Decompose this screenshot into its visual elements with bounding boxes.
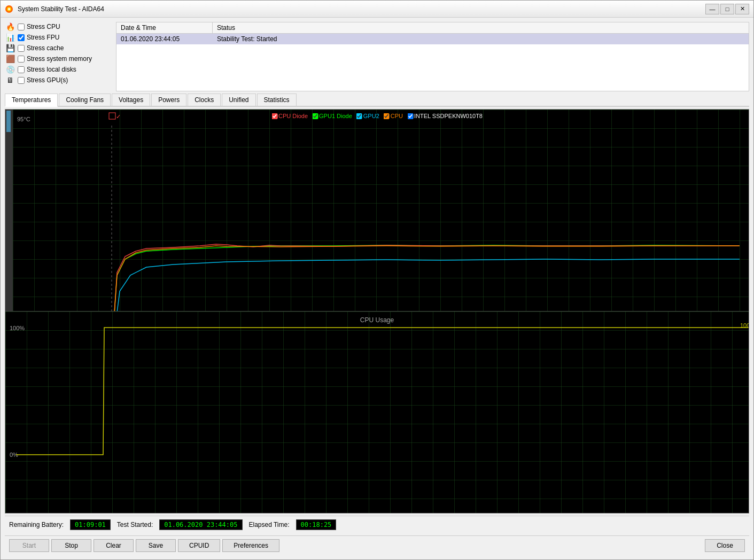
legend-ssd: INTEL SSDPEKNW010T8 — [407, 113, 483, 119]
stress-memory-checkbox[interactable] — [18, 56, 25, 63]
elapsed-time-value: 00:18:25 — [296, 519, 337, 530]
legend-gpu1-diode-check[interactable] — [312, 113, 318, 119]
test-started-label: Test Started: — [117, 521, 153, 528]
legend-cpu-check[interactable] — [384, 113, 390, 119]
cache-icon: 💾 — [5, 44, 15, 52]
tab-statistics[interactable]: Statistics — [257, 94, 297, 106]
charts-area: ✓ 95°C 25°C 23:44:05 — [5, 109, 749, 514]
temp-chart-scrollbar[interactable] — [5, 110, 13, 311]
stress-gpu-label: Stress GPU(s) — [27, 76, 68, 84]
tabs-bar: Temperatures Cooling Fans Voltages Power… — [5, 94, 749, 107]
log-table: Date & Time Status 01.06.2020 23:44:05 S… — [116, 22, 749, 91]
stop-button[interactable]: Stop — [51, 539, 91, 552]
log-cell-status: Stability Test: Started — [213, 34, 749, 44]
legend-gpu2: GPU2 — [356, 113, 379, 119]
svg-text:100%: 100% — [10, 325, 25, 331]
start-button[interactable]: Start — [9, 539, 49, 552]
tab-unified[interactable]: Unified — [222, 94, 255, 106]
content-area: 🔥 Stress CPU 📊 Stress FPU 💾 Stress cache… — [1, 18, 753, 559]
log-col-status: Status — [213, 22, 749, 33]
legend-cpu-diode-label: CPU Diode — [278, 113, 308, 119]
stress-fpu-label: Stress FPU — [27, 34, 59, 41]
stress-disk-label: Stress local disks — [27, 66, 76, 73]
remaining-battery-value: 01:09:01 — [70, 519, 111, 530]
svg-point-2 — [8, 8, 10, 10]
stress-item-gpu: 🖥 Stress GPU(s) — [5, 75, 112, 85]
legend-gpu2-label: GPU2 — [363, 113, 379, 119]
stress-cache-checkbox[interactable] — [18, 45, 25, 52]
top-section: 🔥 Stress CPU 📊 Stress FPU 💾 Stress cache… — [5, 22, 749, 91]
legend-gpu1-diode: GPU1 Diode — [312, 113, 352, 119]
bottom-info-bar: Remaining Battery: 01:09:01 Test Started… — [5, 516, 749, 533]
tab-clocks[interactable]: Clocks — [188, 94, 221, 106]
stress-item-cache: 💾 Stress cache — [5, 43, 112, 53]
cpu-chart-svg: CPU Usage 100% 0% 100% — [5, 312, 749, 513]
stress-item-disk: 💿 Stress local disks — [5, 65, 112, 74]
log-cell-datetime: 01.06.2020 23:44:05 — [116, 34, 213, 44]
main-close-button[interactable]: Close — [705, 539, 745, 552]
legend-gpu2-check[interactable] — [356, 113, 362, 119]
disk-icon: 💿 — [5, 65, 15, 74]
stress-item-fpu: 📊 Stress FPU — [5, 33, 112, 42]
fpu-icon: 📊 — [5, 33, 15, 42]
stress-options: 🔥 Stress CPU 📊 Stress FPU 💾 Stress cache… — [5, 22, 112, 91]
tab-voltages[interactable]: Voltages — [112, 94, 150, 106]
svg-text:100%: 100% — [740, 322, 749, 329]
log-col-datetime: Date & Time — [116, 22, 213, 33]
log-table-header: Date & Time Status — [116, 22, 749, 34]
app-icon — [5, 5, 13, 13]
tab-cooling-fans[interactable]: Cooling Fans — [59, 94, 111, 106]
cpuid-button[interactable]: CPUID — [178, 539, 220, 552]
stress-item-cpu: 🔥 Stress CPU — [5, 22, 112, 32]
tab-temperatures[interactable]: Temperatures — [5, 94, 58, 107]
save-button[interactable]: Save — [136, 539, 176, 552]
legend-cpu: CPU — [384, 113, 403, 119]
stress-gpu-checkbox[interactable] — [18, 77, 25, 84]
stress-memory-label: Stress system memory — [27, 55, 92, 63]
stress-fpu-checkbox[interactable] — [18, 34, 25, 41]
svg-rect-7 — [13, 110, 749, 311]
minimize-button[interactable]: — — [705, 4, 719, 14]
legend-cpu-diode-check[interactable] — [271, 113, 277, 119]
legend-gpu1-diode-label: GPU1 Diode — [319, 113, 352, 119]
remaining-battery-label: Remaining Battery: — [9, 521, 64, 528]
preferences-button[interactable]: Preferences — [222, 539, 279, 552]
maximize-button[interactable]: □ — [720, 4, 734, 14]
svg-text:✓: ✓ — [116, 113, 121, 120]
stress-disk-checkbox[interactable] — [18, 66, 25, 73]
legend-ssd-check[interactable] — [407, 113, 413, 119]
window-controls: — □ ✕ — [705, 4, 749, 14]
stress-cpu-checkbox[interactable] — [18, 24, 25, 30]
title-bar: System Stability Test - AIDA64 — □ ✕ — [1, 1, 753, 18]
temperature-chart: ✓ 95°C 25°C 23:44:05 — [5, 110, 749, 312]
gpu-icon: 🖥 — [5, 76, 15, 84]
tabs-section: Temperatures Cooling Fans Voltages Power… — [5, 94, 749, 107]
action-bar: Start Stop Clear Save CPUID Preferences … — [5, 535, 749, 555]
cpu-icon: 🔥 — [5, 22, 15, 31]
memory-icon: 🟫 — [5, 55, 15, 63]
stress-cache-label: Stress cache — [27, 44, 64, 52]
legend-cpu-label: CPU — [391, 113, 403, 119]
legend-cpu-diode: CPU Diode — [271, 113, 308, 119]
log-row: 01.06.2020 23:44:05 Stability Test: Star… — [116, 34, 749, 44]
clear-button[interactable]: Clear — [94, 539, 134, 552]
stress-cpu-label: Stress CPU — [27, 23, 60, 30]
svg-rect-8 — [109, 113, 115, 119]
cpu-usage-chart: CPU Usage 100% 0% 100% — [5, 312, 749, 513]
stress-item-memory: 🟫 Stress system memory — [5, 54, 112, 64]
temp-chart-svg: ✓ 95°C 25°C 23:44:05 — [13, 110, 749, 311]
svg-text:95°C: 95°C — [17, 116, 30, 122]
close-button[interactable]: ✕ — [735, 4, 749, 14]
svg-text:CPU Usage: CPU Usage — [360, 316, 394, 324]
legend-ssd-label: INTEL SSDPEKNW010T8 — [414, 113, 483, 119]
tab-powers[interactable]: Powers — [151, 94, 186, 106]
window-title: System Stability Test - AIDA64 — [18, 5, 705, 13]
temp-legend: CPU Diode GPU1 Diode GPU2 CPU — [271, 113, 483, 119]
elapsed-time-label: Elapsed Time: — [249, 521, 290, 528]
svg-rect-23 — [5, 312, 749, 513]
main-window: System Stability Test - AIDA64 — □ ✕ 🔥 S… — [0, 0, 754, 560]
test-started-value: 01.06.2020 23:44:05 — [159, 519, 242, 530]
